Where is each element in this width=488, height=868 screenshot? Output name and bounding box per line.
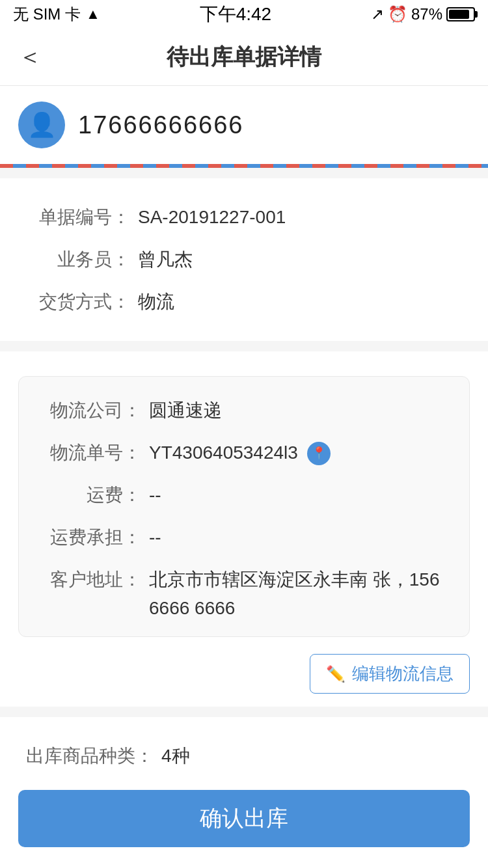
salesman-value: 曾凡杰 [138, 245, 462, 275]
address-row: 客户地址： 北京市市辖区海淀区永丰南 张，156 6666 6666 [19, 559, 469, 631]
logistics-tracking-label: 物流单号： [37, 439, 141, 468]
freight-bearer-row: 运费承担： -- [19, 517, 469, 559]
logistics-card: 物流公司： 圆通速递 物流单号： YT43064053424l3 📍 运费： -… [18, 376, 470, 637]
delivery-row: 交货方式： 物流 [0, 281, 488, 323]
logistics-company-row: 物流公司： 圆通速递 [19, 390, 469, 432]
alarm-icon: ⏰ [388, 5, 407, 23]
back-button[interactable]: ＜ [18, 41, 42, 73]
user-header: 👤 17666666666 [0, 86, 488, 164]
logistics-company-label: 物流公司： [37, 396, 141, 426]
goods-type-label: 出库商品种类： [26, 742, 154, 771]
status-time: 下午4:42 [200, 2, 272, 27]
goods-type-row: 出库商品种类： 4种 [0, 735, 488, 778]
edit-logistics-row: ✏️ 编辑物流信息 [0, 644, 488, 696]
address-value: 北京市市辖区海淀区永丰南 张，156 6666 6666 [149, 565, 451, 624]
edit-logistics-button[interactable]: ✏️ 编辑物流信息 [310, 654, 470, 694]
freight-bearer-label: 运费承担： [37, 523, 141, 552]
bottom-area: 确认出库 [0, 780, 488, 868]
salesman-row: 业务员： 曾凡杰 [0, 239, 488, 281]
user-phone: 17666666666 [78, 111, 243, 139]
tracking-number-text: YT43064053424l3 [149, 439, 298, 468]
track-location-icon[interactable]: 📍 [307, 442, 331, 465]
freight-value: -- [149, 481, 451, 510]
salesman-label: 业务员： [26, 245, 130, 275]
order-no-value: SA-20191227-001 [138, 203, 462, 232]
freight-row: 运费： -- [19, 474, 469, 517]
status-right: ↗ ⏰ 87% [371, 5, 475, 23]
order-no-label: 单据编号： [26, 203, 130, 232]
battery-icon [446, 7, 475, 21]
confirm-label: 确认出库 [200, 804, 288, 834]
confirm-button[interactable]: 确认出库 [18, 790, 470, 847]
order-no-row: 单据编号： SA-20191227-001 [0, 197, 488, 239]
battery-fill [449, 10, 469, 19]
goods-type-value: 4种 [161, 742, 462, 771]
freight-bearer-value: -- [149, 523, 451, 552]
location-status-icon: ↗ [371, 5, 384, 23]
page-title: 待出库单据详情 [167, 42, 321, 72]
delivery-value: 物流 [138, 288, 462, 317]
avatar-icon: 👤 [27, 111, 57, 139]
wifi-icon: ▲ [86, 6, 100, 23]
address-label: 客户地址： [37, 565, 141, 595]
avatar: 👤 [18, 102, 65, 148]
logistics-tracking-row: 物流单号： YT43064053424l3 📍 [19, 432, 469, 474]
freight-label: 运费： [37, 481, 141, 510]
order-info-section: 单据编号： SA-20191227-001 业务员： 曾凡杰 交货方式： 物流 [0, 178, 488, 341]
dashed-separator [0, 164, 488, 168]
logistics-company-value: 圆通速递 [149, 396, 451, 426]
nav-bar: ＜ 待出库单据详情 [0, 29, 488, 86]
status-left: 无 SIM 卡 ▲ [13, 4, 100, 25]
status-bar: 无 SIM 卡 ▲ 下午4:42 ↗ ⏰ 87% [0, 0, 488, 29]
delivery-label: 交货方式： [26, 288, 130, 317]
carrier-text: 无 SIM 卡 [13, 4, 81, 25]
logistics-section: 物流公司： 圆通速递 物流单号： YT43064053424l3 📍 运费： -… [0, 351, 488, 707]
logistics-tracking-value: YT43064053424l3 📍 [149, 439, 451, 468]
edit-icon: ✏️ [326, 665, 346, 683]
battery-percent: 87% [411, 5, 442, 23]
edit-logistics-label: 编辑物流信息 [352, 662, 454, 685]
